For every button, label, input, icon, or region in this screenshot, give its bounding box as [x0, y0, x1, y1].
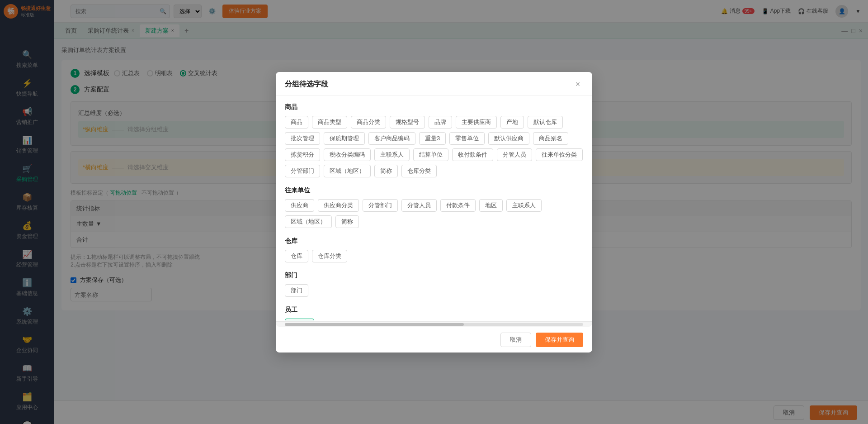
tag-warehouse-0[interactable]: 仓库	[285, 250, 308, 262]
tag-goods-17[interactable]: 主联系人	[374, 148, 410, 161]
tag-goods-24[interactable]: 简称	[374, 165, 398, 177]
section-department-title: 部门	[285, 272, 583, 280]
dialog-overlay[interactable]: 分组待选字段 × 商品 商品 商品类型 商品分类 规格型号 品牌 主要供应商 产…	[0, 0, 868, 424]
hscroll-thumb	[285, 323, 464, 326]
tag-partner-2[interactable]: 分管部门	[363, 199, 398, 212]
dialog-header: 分组待选字段 ×	[276, 72, 592, 96]
tag-employee-0[interactable]: 业务员	[285, 319, 314, 321]
tag-department-0[interactable]: 部门	[285, 284, 308, 297]
department-field-tags: 部门	[285, 284, 583, 297]
partner-field-tags: 供应商 供应商分类 分管部门 分管人员 付款条件 地区 主联系人 区域（地区） …	[285, 199, 583, 228]
tag-goods-22[interactable]: 分管部门	[285, 165, 320, 177]
section-department: 部门 部门	[285, 272, 583, 297]
dialog-horizontal-scrollbar[interactable]	[276, 321, 592, 327]
section-goods-title: 商品	[285, 103, 583, 111]
tag-goods-7[interactable]: 默认仓库	[528, 116, 563, 129]
tag-partner-6[interactable]: 主联系人	[506, 199, 542, 212]
tag-goods-10[interactable]: 客户商品编码	[368, 132, 415, 145]
dialog-close-icon[interactable]: ×	[572, 79, 583, 90]
tag-goods-5[interactable]: 主要供应商	[456, 116, 497, 129]
tag-goods-20[interactable]: 分管人员	[497, 148, 532, 161]
tag-goods-14[interactable]: 商品别名	[533, 132, 568, 145]
tag-partner-7[interactable]: 区域（地区）	[285, 215, 332, 228]
tag-goods-23[interactable]: 区域（地区）	[324, 165, 371, 177]
section-goods: 商品 商品 商品类型 商品分类 规格型号 品牌 主要供应商 产地 默认仓库 批次…	[285, 103, 583, 177]
warehouse-field-tags: 仓库 仓库分类	[285, 250, 583, 262]
goods-field-tags: 商品 商品类型 商品分类 规格型号 品牌 主要供应商 产地 默认仓库 批次管理 …	[285, 116, 583, 177]
employee-field-tags: 业务员	[285, 319, 583, 321]
tag-partner-3[interactable]: 分管人员	[401, 199, 437, 212]
section-partner: 往来单位 供应商 供应商分类 分管部门 分管人员 付款条件 地区 主联系人 区域…	[285, 186, 583, 228]
section-employee-title: 员工	[285, 306, 583, 314]
dialog: 分组待选字段 × 商品 商品 商品类型 商品分类 规格型号 品牌 主要供应商 产…	[276, 72, 592, 353]
hscroll-track	[285, 323, 583, 326]
tag-goods-18[interactable]: 结算单位	[413, 148, 448, 161]
tag-goods-11[interactable]: 重量3	[419, 132, 446, 145]
tag-goods-13[interactable]: 默认供应商	[488, 132, 529, 145]
tag-goods-2[interactable]: 商品分类	[351, 116, 386, 129]
tag-partner-5[interactable]: 地区	[479, 199, 503, 212]
tag-goods-8[interactable]: 批次管理	[285, 132, 320, 145]
section-warehouse: 仓库 仓库 仓库分类	[285, 237, 583, 262]
tag-goods-3[interactable]: 规格型号	[390, 116, 425, 129]
section-employee: 员工 业务员	[285, 306, 583, 321]
tag-goods-25[interactable]: 仓库分类	[401, 165, 437, 177]
tag-goods-19[interactable]: 收付款条件	[452, 148, 493, 161]
section-warehouse-title: 仓库	[285, 237, 583, 245]
tag-goods-12[interactable]: 零售单位	[449, 132, 485, 145]
dialog-title: 分组待选字段	[285, 80, 328, 89]
tag-partner-8[interactable]: 简称	[335, 215, 359, 228]
tag-partner-4[interactable]: 付款条件	[440, 199, 476, 212]
tag-goods-16[interactable]: 税收分类编码	[324, 148, 371, 161]
tag-goods-1[interactable]: 商品类型	[312, 116, 347, 129]
tag-goods-9[interactable]: 保质期管理	[324, 132, 365, 145]
tag-goods-0[interactable]: 商品	[285, 116, 308, 129]
dialog-footer: 取消 保存并查询	[276, 327, 592, 353]
tag-goods-4[interactable]: 品牌	[429, 116, 452, 129]
tag-partner-0[interactable]: 供应商	[285, 199, 314, 212]
section-partner-title: 往来单位	[285, 186, 583, 195]
tag-goods-15[interactable]: 拣货积分	[285, 148, 320, 161]
dialog-cancel-btn[interactable]: 取消	[500, 333, 531, 347]
tag-goods-21[interactable]: 往来单位分类	[536, 148, 583, 161]
dialog-confirm-btn[interactable]: 保存并查询	[536, 333, 583, 347]
tag-warehouse-1[interactable]: 仓库分类	[312, 250, 347, 262]
tag-goods-6[interactable]: 产地	[500, 116, 524, 129]
tag-partner-1[interactable]: 供应商分类	[318, 199, 359, 212]
dialog-body: 商品 商品 商品类型 商品分类 规格型号 品牌 主要供应商 产地 默认仓库 批次…	[276, 96, 592, 321]
